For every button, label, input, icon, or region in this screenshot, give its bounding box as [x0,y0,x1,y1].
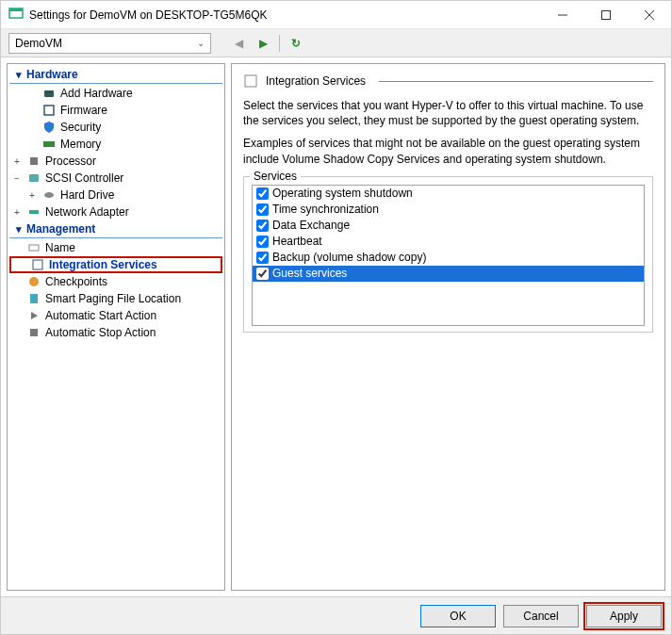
tree-item-processor[interactable]: + Processor [8,153,224,170]
window-title: Settings for DemoVM on DESKTOP-TG5M6QK [29,8,268,22]
tree-item-memory[interactable]: Memory [8,136,224,153]
tree-label: Memory [60,138,101,151]
tree-label: Network Adapter [45,205,129,219]
svg-rect-6 [44,90,54,97]
tree-item-checkpoints[interactable]: Checkpoints [8,273,224,290]
service-checkbox[interactable] [256,236,269,248]
shield-icon [41,120,57,135]
service-label: Heartbeat [272,235,322,248]
app-icon [8,6,24,24]
services-group: Services Operating system shutdown Time … [243,176,653,333]
nav-forward-icon[interactable]: ▶ [254,35,271,52]
service-checkbox[interactable] [256,252,269,264]
close-button[interactable] [628,1,671,29]
processor-icon [26,154,41,169]
nav-back-icon[interactable]: ◀ [230,35,247,52]
tree-item-name[interactable]: Name [8,239,224,256]
vm-selector-label: DemoVM [15,37,62,50]
apply-button[interactable]: Apply [586,605,662,627]
svg-rect-12 [29,210,39,214]
refresh-icon[interactable]: ↻ [287,35,304,52]
tree-item-auto-start[interactable]: Automatic Start Action [8,307,224,324]
service-checkbox[interactable] [256,220,269,232]
stop-action-icon [26,325,41,340]
collapse-icon[interactable]: − [11,173,23,184]
name-icon [26,240,41,255]
tree-label: Processor [45,155,96,168]
service-checkbox[interactable] [256,204,269,216]
service-label: Guest services [272,267,347,280]
tree-item-scsi[interactable]: − SCSI Controller [8,170,224,187]
service-label: Time synchronization [272,203,379,216]
tree-item-add-hardware[interactable]: Add Hardware [8,85,224,102]
tree-label: Checkpoints [45,275,107,288]
service-label: Data Exchange [272,219,350,232]
disk-icon [41,187,57,203]
service-label: Backup (volume shadow copy) [272,251,426,264]
tree-item-firmware[interactable]: Firmware [8,102,224,119]
vm-selector[interactable]: DemoVM ⌄ [8,33,211,54]
start-action-icon [26,308,41,323]
memory-icon [41,137,57,152]
divider [379,81,653,82]
tree-label: SCSI Controller [45,171,123,185]
minimize-button[interactable] [541,1,584,29]
svg-rect-13 [29,245,39,251]
services-icon [30,257,45,272]
service-item[interactable]: Operating system shutdown [253,186,644,202]
section-label: Hardware [26,68,78,81]
expand-icon[interactable]: + [11,207,23,218]
service-item-selected[interactable]: Guest services [253,266,644,282]
panel-title: Integration Services [266,74,366,88]
section-hardware[interactable]: ▾ Hardware [9,66,222,84]
tree-item-hard-drive[interactable]: + Hard Drive [8,187,224,204]
tree-item-auto-stop[interactable]: Automatic Stop Action [8,324,224,341]
tree-label: Integration Services [49,258,157,271]
expand-icon[interactable]: + [11,156,23,167]
ok-button[interactable]: OK [420,605,496,627]
maximize-button[interactable] [584,1,628,29]
section-management[interactable]: ▾ Management [9,220,222,238]
service-checkbox[interactable] [256,268,269,280]
settings-tree[interactable]: ▾ Hardware Add Hardware Firmware Securit… [7,63,225,591]
collapse-icon: ▾ [13,223,25,236]
button-label: Cancel [523,610,558,623]
tree-item-smart-paging[interactable]: Smart Paging File Location [8,290,224,307]
group-legend: Services [250,170,301,183]
services-icon [243,73,258,89]
button-label: Apply [610,610,638,623]
network-icon [26,204,41,220]
tree-label: Smart Paging File Location [45,292,181,305]
service-item[interactable]: Backup (volume shadow copy) [253,250,644,266]
tree-label: Automatic Stop Action [45,326,156,339]
service-item[interactable]: Heartbeat [253,234,644,250]
tree-label: Automatic Start Action [45,309,156,322]
svg-rect-8 [43,141,55,147]
tree-item-integration-services[interactable]: Integration Services [9,256,222,273]
tree-item-network[interactable]: + Network Adapter [8,204,224,220]
tree-label: Hard Drive [60,188,114,202]
svg-rect-10 [29,174,39,182]
svg-rect-1 [9,8,23,11]
svg-rect-7 [44,106,54,115]
checkpoint-icon [26,274,41,289]
svg-rect-14 [33,260,42,269]
add-hardware-icon [41,86,57,101]
cancel-button[interactable]: Cancel [503,605,579,627]
dialog-footer: OK Cancel Apply [1,596,671,634]
service-item[interactable]: Time synchronization [253,202,644,218]
toolbar: DemoVM ⌄ ◀ ▶ ↻ [1,29,671,57]
collapse-icon: ▾ [13,69,25,81]
svg-rect-16 [30,294,38,303]
services-list[interactable]: Operating system shutdown Time synchroni… [252,185,645,326]
svg-point-11 [44,192,54,198]
service-item[interactable]: Data Exchange [253,218,644,234]
tree-label: Firmware [60,104,107,117]
service-checkbox[interactable] [256,187,269,200]
tree-label: Security [60,121,101,134]
paging-icon [26,291,41,306]
panel-description-2: Examples of services that might not be a… [243,136,653,166]
details-panel: Integration Services Select the services… [231,63,665,591]
tree-item-security[interactable]: Security [8,119,224,136]
expand-icon[interactable]: + [26,190,38,201]
